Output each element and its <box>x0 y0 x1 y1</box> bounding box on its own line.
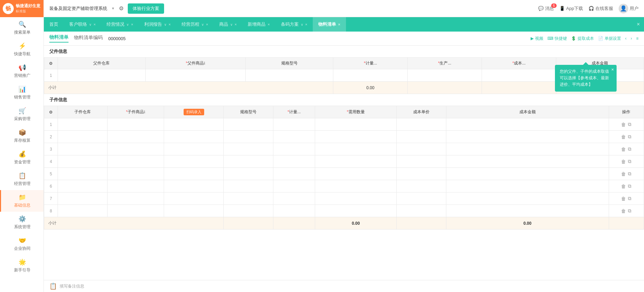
child-warehouse-cell[interactable] <box>58 131 108 143</box>
copy-icon[interactable]: ⧉ <box>628 208 631 214</box>
sidebar-item-inventory[interactable]: 📦 库存核算 <box>0 125 44 147</box>
child-spec-cell[interactable] <box>223 155 273 168</box>
parent-spec-cell[interactable] <box>246 69 333 82</box>
copy-icon[interactable]: ⧉ <box>628 183 631 189</box>
child-qty-cell[interactable] <box>315 192 397 205</box>
sidebar-item-system[interactable]: ⚙️ 系统管理 <box>0 212 44 233</box>
child-amount-cell[interactable] <box>446 143 609 155</box>
sidebar-item-quicknav[interactable]: ⚡ 快捷导航 <box>0 39 44 60</box>
tab-ops-close[interactable]: × <box>131 22 133 26</box>
delete-icon[interactable]: 🗑 <box>621 208 626 214</box>
sub-tab-bom[interactable]: 物料清单 <box>49 34 69 43</box>
child-unitcost-cell[interactable] <box>396 143 446 155</box>
child-unitcost-cell[interactable] <box>396 192 446 205</box>
delete-icon[interactable]: 🗑 <box>621 147 626 152</box>
message-button[interactable]: 💬 消息 6 <box>538 5 554 12</box>
child-spec-cell[interactable] <box>223 205 273 217</box>
tab-barcode[interactable]: 条码方案 ∨ × <box>275 17 313 32</box>
grid-view[interactable]: ≡ <box>636 36 639 41</box>
child-qty-cell[interactable] <box>315 155 397 168</box>
parent-produce-cell[interactable] <box>408 69 482 82</box>
parent-col-settings[interactable]: ⚙ <box>44 58 58 69</box>
tab-customer-close[interactable]: × <box>94 22 96 26</box>
child-col-settings[interactable]: ⚙ <box>44 106 58 118</box>
tab-bom-close[interactable]: × <box>338 22 340 26</box>
child-amount-cell[interactable] <box>446 131 609 143</box>
child-spec-cell[interactable] <box>223 131 273 143</box>
child-spec-cell[interactable] <box>223 180 273 192</box>
child-unit-cell[interactable] <box>273 180 315 192</box>
nav-next[interactable]: › <box>631 36 632 41</box>
child-unit-cell[interactable] <box>273 168 315 180</box>
child-qty-cell[interactable] <box>315 131 397 143</box>
child-goods-cell[interactable] <box>107 118 164 131</box>
copy-icon[interactable]: ⧉ <box>628 146 631 152</box>
child-amount-cell[interactable] <box>446 192 609 205</box>
copy-icon[interactable]: ⧉ <box>628 121 631 127</box>
child-unitcost-cell[interactable] <box>396 155 446 168</box>
delete-icon[interactable]: 🗑 <box>621 184 626 189</box>
action-video[interactable]: ▶ 视频 <box>531 36 543 42</box>
child-goods-cell[interactable] <box>107 180 164 192</box>
tab-new-goods-close[interactable]: × <box>268 22 270 26</box>
app-download-button[interactable]: 📱 App下载 <box>559 5 583 12</box>
tab-profit-close[interactable]: × <box>169 22 171 26</box>
child-warehouse-cell[interactable] <box>58 155 108 168</box>
delete-icon[interactable]: 🗑 <box>621 122 626 127</box>
child-warehouse-cell[interactable] <box>58 168 108 180</box>
trial-button[interactable]: 体验行业方案 <box>128 3 164 14</box>
child-goods-cell[interactable] <box>107 205 164 217</box>
child-unit-cell[interactable] <box>273 205 315 217</box>
sidebar-item-operations[interactable]: 📋 经营管理 <box>0 168 44 190</box>
child-spec-cell[interactable] <box>223 143 273 155</box>
sidebar-item-basic[interactable]: 📁 基础信息 <box>0 190 44 212</box>
parent-goods-cell[interactable] <box>145 69 245 82</box>
action-extract-cost[interactable]: 💲 提取成本 <box>571 36 594 42</box>
sidebar-item-purchase[interactable]: 🛒 采购管理 <box>0 104 44 125</box>
sidebar-item-finance[interactable]: 💰 资金管理 <box>0 147 44 168</box>
settings-icon[interactable]: ⚙ <box>119 5 124 12</box>
child-unitcost-cell[interactable] <box>396 180 446 192</box>
child-scan-cell[interactable] <box>164 143 223 155</box>
child-qty-cell[interactable] <box>315 118 397 131</box>
tab-barcode-close[interactable]: × <box>305 22 307 26</box>
user-avatar[interactable]: 👤 用户 <box>619 4 639 13</box>
parent-unit-cell[interactable] <box>333 69 408 82</box>
child-spec-cell[interactable] <box>223 192 273 205</box>
child-amount-cell[interactable] <box>446 118 609 131</box>
child-unitcost-cell[interactable] <box>396 168 446 180</box>
sidebar-item-search[interactable]: 🔍 搜索菜单 <box>0 17 44 39</box>
child-warehouse-cell[interactable] <box>58 180 108 192</box>
online-service-button[interactable]: 🎧 在线客服 <box>589 5 613 12</box>
tab-operations[interactable]: 经营情况 ∨ × <box>101 17 138 32</box>
action-shortcut[interactable]: ⌨ 快捷键 <box>547 36 567 42</box>
tab-new-goods[interactable]: 新增商品 × <box>242 17 275 32</box>
child-scan-cell[interactable] <box>164 118 223 131</box>
child-unitcost-cell[interactable] <box>396 131 446 143</box>
delete-icon[interactable]: 🗑 <box>621 171 626 177</box>
sidebar-item-enterprise[interactable]: 🤝 企业协同 <box>0 233 44 255</box>
child-qty-cell[interactable] <box>315 168 397 180</box>
tab-goods-close[interactable]: × <box>235 22 237 26</box>
parent-warehouse-cell[interactable] <box>58 69 146 82</box>
child-goods-cell[interactable] <box>107 155 164 168</box>
child-scan-cell[interactable] <box>164 180 223 192</box>
child-scan-cell[interactable] <box>164 155 223 168</box>
child-unitcost-cell[interactable] <box>396 118 446 131</box>
child-scan-cell[interactable] <box>164 168 223 180</box>
child-unitcost-cell[interactable] <box>396 205 446 217</box>
child-goods-cell[interactable] <box>107 192 164 205</box>
system-dropdown-icon[interactable]: ▼ <box>111 7 115 10</box>
child-spec-cell[interactable] <box>223 118 273 131</box>
tab-profit[interactable]: 利润报告 ∨ × <box>139 17 176 32</box>
tab-goods[interactable]: 商品 ∨ × <box>214 17 242 32</box>
tab-history-close[interactable]: × <box>206 22 208 26</box>
child-unit-cell[interactable] <box>273 155 315 168</box>
copy-icon[interactable]: ⧉ <box>628 159 631 164</box>
child-scan-cell[interactable] <box>164 205 223 217</box>
child-warehouse-cell[interactable] <box>58 143 108 155</box>
tooltip-close-button[interactable]: × <box>611 66 614 73</box>
child-scan-cell[interactable] <box>164 192 223 205</box>
copy-icon[interactable]: ⧉ <box>628 134 631 140</box>
sub-tab-code[interactable]: 物料清单编码 <box>74 35 103 42</box>
